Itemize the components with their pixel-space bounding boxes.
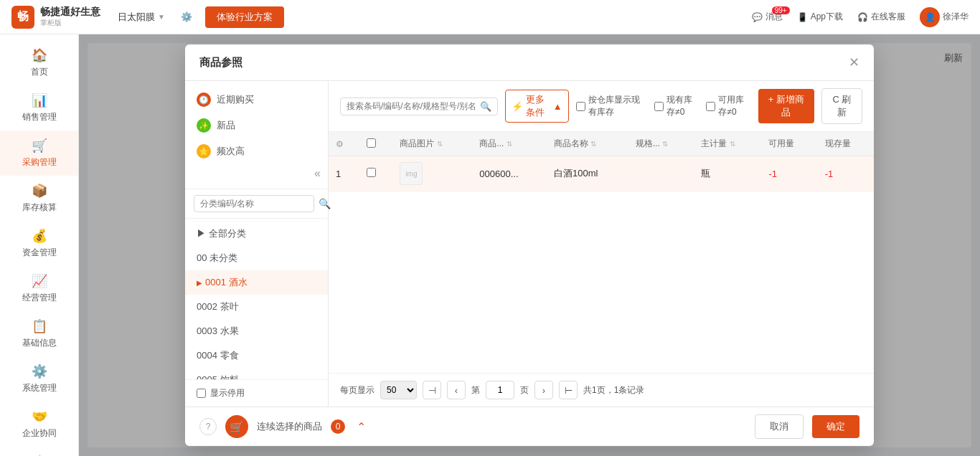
unit-sort-icon[interactable]: ⇅ <box>730 140 735 148</box>
select-all-checkbox[interactable] <box>367 138 376 148</box>
dialog-title: 商品参照 <box>199 56 242 70</box>
messages-badge: 99+ <box>772 6 790 14</box>
first-page-button[interactable]: ⊣ <box>423 381 441 399</box>
prev-page-button[interactable]: ‹ <box>447 381 466 399</box>
username: 徐泽华 <box>943 11 969 23</box>
name-sort-icon[interactable]: ⇅ <box>590 140 596 148</box>
col-unit: 主计量 ⇅ <box>694 132 761 156</box>
col-image: 商品图片 ⇅ <box>392 132 472 156</box>
help-button[interactable]: ? <box>199 418 217 435</box>
quick-tab-frequent[interactable]: ⭐ 频次高 <box>185 138 328 164</box>
sidebar-item-operations[interactable]: 📈 经营管理 <box>0 266 78 311</box>
more-filter-button[interactable]: ⚡ 更多条件 ▲ <box>505 90 569 123</box>
product-reference-dialog: 商品参照 ✕ 🕐 近期购买 ✨ <box>185 44 874 446</box>
new-product-icon: ✨ <box>197 118 211 133</box>
quick-tab-new[interactable]: ✨ 新品 <box>185 113 328 138</box>
sidebar-item-finance[interactable]: 💰 资金管理 <box>0 221 78 266</box>
sidebar-item-basic-info[interactable]: 📋 基础信息 <box>0 311 78 356</box>
collapse-left-icon[interactable]: « <box>314 167 321 179</box>
category-item-0002[interactable]: 0002 茶叶 <box>185 295 328 319</box>
online-service-button[interactable]: 🎧 在线客服 <box>857 11 905 23</box>
sidebar-item-guide[interactable]: 🌟 新手引导 <box>0 447 78 456</box>
dialog-header: 商品参照 ✕ <box>185 44 874 81</box>
available-nonzero-checkbox-wrap[interactable]: 可用库存≠0 <box>706 94 750 118</box>
product-unit: 瓶 <box>701 168 710 179</box>
filter-arrow-icon: ▲ <box>553 101 562 112</box>
frequent-icon: ⭐ <box>197 144 211 158</box>
logo-icon: 畅 <box>11 6 34 29</box>
per-page-label: 每页显示 <box>340 384 374 396</box>
cell-stock: -1 <box>818 156 874 191</box>
row-checkbox[interactable] <box>367 168 376 177</box>
category-item-0003[interactable]: 0003 水果 <box>185 319 328 343</box>
confirm-button[interactable]: 确定 <box>812 415 859 438</box>
column-settings-icon[interactable]: ⚙ <box>336 139 344 149</box>
app-download-label: App下载 <box>811 11 843 23</box>
available-nonzero-label: 可用库存≠0 <box>718 94 750 118</box>
sidebar-item-sales[interactable]: 📊 销售管理 <box>0 85 78 130</box>
user-profile[interactable]: 👤 徐泽华 <box>920 7 969 27</box>
category-search-input[interactable] <box>194 195 314 212</box>
show-disabled-area: 显示停用 <box>185 379 328 407</box>
collab-icon: 🤝 <box>32 409 47 424</box>
quick-tab-recent[interactable]: 🕐 近期购买 <box>185 87 328 113</box>
refresh-button[interactable]: C 刷新 <box>821 88 862 124</box>
finance-icon: 💰 <box>32 228 47 244</box>
category-0005-label: 0005 饮料 <box>197 374 239 379</box>
category-item-00[interactable]: 00 未分类 <box>185 246 328 270</box>
warehouse-display-checkbox[interactable] <box>576 102 585 111</box>
trial-button[interactable]: 体验行业方案 <box>205 6 284 28</box>
warehouse-display-checkbox-wrap[interactable]: 按仓库显示现有库存 <box>576 94 647 118</box>
logo-area: 畅 畅捷通好生意 掌柜版 <box>11 6 100 29</box>
cart-button[interactable]: 🛒 <box>225 415 248 438</box>
image-sort-icon[interactable]: ⇅ <box>437 140 443 148</box>
page-label-2: 页 <box>520 384 529 396</box>
available-nonzero-checkbox[interactable] <box>706 102 715 111</box>
home-icon: 🏠 <box>32 47 47 63</box>
category-item-0001[interactable]: ▶ 0001 酒水 <box>185 270 328 295</box>
sidebar-item-collab[interactable]: 🤝 企业协同 <box>0 402 78 447</box>
dialog-footer: ? 🛒 连续选择的商品 0 ⌃ 取消 确定 <box>185 407 874 446</box>
last-page-button[interactable]: ⊢ <box>559 381 578 399</box>
stock-nonzero-checkbox-wrap[interactable]: 现有库存≠0 <box>654 94 699 118</box>
stock-nonzero-checkbox[interactable] <box>654 102 664 111</box>
sidebar-label-system: 系统管理 <box>22 382 57 394</box>
category-item-all[interactable]: ▶ 全部分类 <box>185 222 328 246</box>
product-search-icon[interactable]: 🔍 <box>480 101 491 112</box>
store-selector[interactable]: 日太阳膜 ▼ <box>112 8 171 27</box>
next-page-button[interactable]: › <box>534 381 553 399</box>
pagination: 每页显示 50 10 20 100 ⊣ ‹ 第 页 <box>329 373 874 407</box>
show-disabled-checkbox[interactable] <box>197 389 206 398</box>
sidebar-item-home[interactable]: 🏠 首页 <box>0 40 78 85</box>
add-product-button[interactable]: + 新增商品 <box>758 89 814 123</box>
app-download-button[interactable]: 📱 App下载 <box>797 11 843 23</box>
logo-sub: 掌柜版 <box>40 18 100 28</box>
per-page-select[interactable]: 50 10 20 100 <box>380 381 417 399</box>
product-search-input[interactable] <box>347 101 476 111</box>
settings-icon[interactable]: ⚙️ <box>176 7 197 27</box>
stock-nonzero-label: 现有库存≠0 <box>666 94 699 118</box>
cell-name: 白酒100ml <box>547 156 628 191</box>
cancel-button[interactable]: 取消 <box>755 414 804 439</box>
category-item-0004[interactable]: 0004 零食 <box>185 343 328 368</box>
dialog-close-button[interactable]: ✕ <box>849 54 859 70</box>
messages-button[interactable]: 💬 消息 99+ <box>752 11 783 23</box>
sidebar: 🏠 首页 📊 销售管理 🛒 采购管理 📦 库存核算 💰 资金管理 📈 经营管理 … <box>0 34 79 456</box>
store-name: 日太阳膜 <box>118 11 155 24</box>
table-header: ⚙ 商品图片 ⇅ 商品... ⇅ <box>329 132 874 156</box>
collapse-up-icon[interactable]: ⌃ <box>357 420 366 434</box>
recent-purchase-icon: 🕐 <box>197 92 211 107</box>
product-search-wrap: 🔍 <box>340 98 498 115</box>
sidebar-item-inventory[interactable]: 📦 库存核算 <box>0 176 78 221</box>
category-0002-label: 0002 茶叶 <box>197 300 239 313</box>
sidebar-item-purchase[interactable]: 🛒 采购管理 <box>0 130 78 176</box>
spec-sort-icon[interactable]: ⇅ <box>662 140 668 148</box>
page-number-input[interactable] <box>486 381 514 399</box>
category-item-0005[interactable]: 0005 饮料 <box>185 368 328 379</box>
cell-code: 000600... <box>472 156 547 191</box>
code-sort-icon[interactable]: ⇅ <box>507 140 512 148</box>
product-name: 白酒100ml <box>554 168 598 179</box>
table-row[interactable]: 1 img 000600... <box>329 156 874 191</box>
col-name-label: 商品名称 <box>554 138 588 148</box>
sidebar-item-system[interactable]: ⚙️ 系统管理 <box>0 356 78 402</box>
